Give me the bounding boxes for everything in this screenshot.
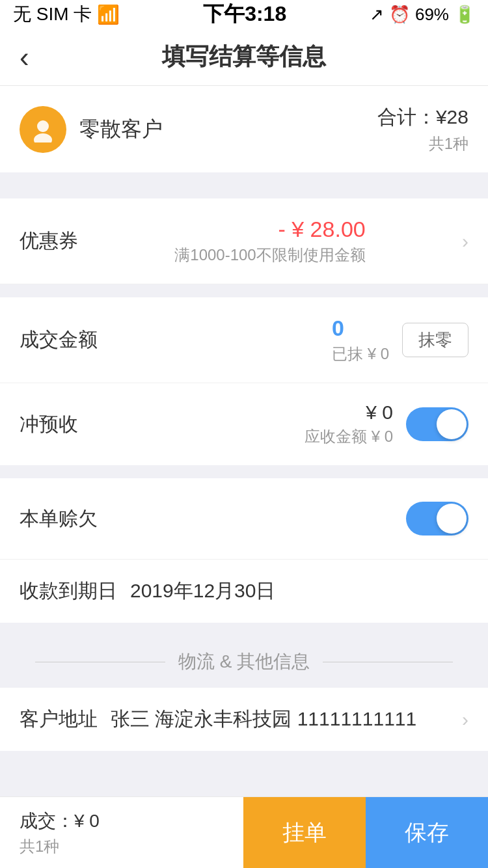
- advance-toggle[interactable]: [406, 407, 468, 441]
- bottom-deal-label: 成交：: [20, 811, 74, 831]
- deal-amount-label: 成交金额: [20, 327, 98, 353]
- deal-amount-row: 成交金额 0 已抹 ¥ 0 抹零: [0, 297, 488, 383]
- status-bar: 无 SIM 卡 📶 下午3:18 ↗ ⏰ 69% 🔋: [0, 0, 488, 29]
- address-value: 张三 海淀永丰科技园 11111111111: [111, 706, 462, 733]
- divider-3: [0, 465, 488, 478]
- toggle-knob: [437, 409, 467, 439]
- battery-icon: 🔋: [454, 5, 475, 25]
- chevron-right-icon: ›: [462, 230, 468, 252]
- divider-1: [0, 185, 488, 198]
- nav-bar: ‹ 填写结算等信息: [0, 29, 488, 86]
- bottom-count: 共1种: [20, 836, 224, 857]
- address-label: 客户地址: [20, 706, 98, 733]
- advance-right: ¥ 0 应收金额 ¥ 0: [305, 401, 468, 447]
- save-button[interactable]: 保存: [366, 797, 488, 869]
- advance-row: 冲预收 ¥ 0 应收金额 ¥ 0: [0, 383, 488, 465]
- address-row[interactable]: 客户地址 张三 海淀永丰科技园 11111111111 ›: [0, 688, 488, 751]
- debt-toggle-knob: [437, 504, 467, 534]
- advance-sub: 应收金额 ¥ 0: [305, 426, 393, 447]
- content-area: 零散客户 合计：¥28 共1种 优惠券 - ¥ 28.00 满1000-100不…: [0, 86, 488, 868]
- location-icon: ↗: [370, 5, 384, 25]
- round-zero-button[interactable]: 抹零: [402, 323, 468, 357]
- customer-right: 合计：¥28 共1种: [377, 104, 468, 154]
- svg-point-1: [34, 133, 52, 142]
- divider-2: [0, 284, 488, 297]
- coupon-row[interactable]: 优惠券 - ¥ 28.00 满1000-100不限制使用金额 ›: [0, 198, 488, 284]
- deal-card: 成交金额 0 已抹 ¥ 0 抹零 冲预收 ¥ 0 应收金额 ¥ 0: [0, 297, 488, 465]
- debt-label: 本单赊欠: [20, 506, 98, 532]
- bottom-bar: 成交：¥ 0 共1种 挂单 保存: [0, 796, 488, 868]
- avatar: [20, 106, 66, 153]
- customer-total: 合计：¥28: [377, 104, 468, 131]
- deal-amount-sub: 已抹 ¥ 0: [332, 344, 389, 364]
- logistics-title: 物流 & 其他信息: [35, 649, 453, 674]
- coupon-label: 优惠券: [20, 228, 78, 254]
- due-date-value: 2019年12月30日: [130, 578, 275, 604]
- hang-button[interactable]: 挂单: [243, 797, 366, 869]
- status-right: ↗ ⏰ 69% 🔋: [370, 5, 475, 25]
- page-title: 填写结算等信息: [162, 41, 326, 73]
- debt-row: 本单赊欠: [0, 478, 488, 560]
- divider-4: [0, 623, 488, 636]
- coupon-amount: - ¥ 28.00: [174, 217, 365, 242]
- deal-amount-right: 0 已抹 ¥ 0 抹零: [332, 316, 468, 364]
- bottom-summary: 成交：¥ 0 共1种: [0, 809, 243, 857]
- bottom-deal-value: ¥ 0: [74, 811, 100, 831]
- svg-point-0: [37, 120, 49, 132]
- sim-status: 无 SIM 卡: [13, 2, 92, 27]
- due-date-label: 收款到期日: [20, 578, 117, 604]
- bottom-deal-text: 成交：¥ 0: [20, 809, 224, 834]
- advance-label: 冲预收: [20, 411, 78, 438]
- alarm-icon: ⏰: [389, 5, 410, 25]
- deal-amount-value: 0: [332, 316, 389, 341]
- debt-card: 本单赊欠 收款到期日 2019年12月30日: [0, 478, 488, 623]
- customer-left: 零散客户: [20, 106, 163, 153]
- status-left: 无 SIM 卡 📶: [13, 2, 120, 27]
- logistics-title-text: 物流 & 其他信息: [178, 649, 310, 674]
- status-time: 下午3:18: [203, 0, 286, 29]
- wifi-icon: 📶: [97, 4, 120, 25]
- debt-toggle[interactable]: [406, 502, 468, 536]
- address-chevron-icon: ›: [462, 709, 468, 731]
- customer-name: 零散客户: [79, 115, 163, 144]
- logistics-header: 物流 & 其他信息: [0, 636, 488, 688]
- divider-6: [0, 751, 488, 777]
- advance-info: ¥ 0 应收金额 ¥ 0: [305, 401, 393, 447]
- coupon-desc: 满1000-100不限制使用金额: [174, 245, 365, 265]
- battery-level: 69%: [415, 5, 449, 25]
- coupon-info: - ¥ 28.00 满1000-100不限制使用金额: [174, 217, 365, 265]
- advance-amount: ¥ 0: [305, 401, 393, 424]
- due-date-row: 收款到期日 2019年12月30日: [0, 560, 488, 623]
- customer-count: 共1种: [377, 133, 468, 154]
- customer-card: 零散客户 合计：¥28 共1种: [0, 86, 488, 172]
- back-button[interactable]: ‹: [20, 41, 29, 74]
